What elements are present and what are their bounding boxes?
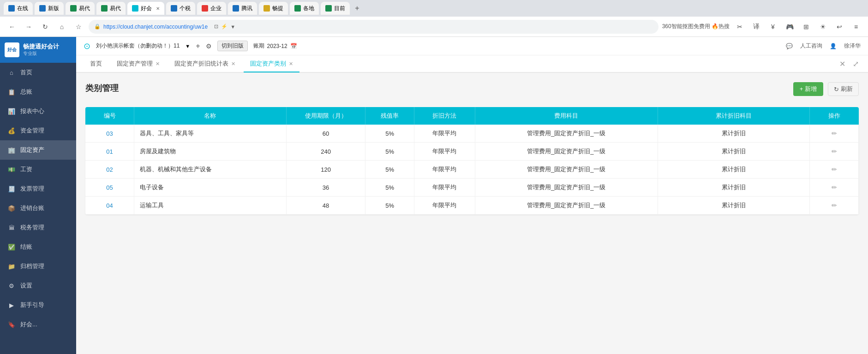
sidebar-label-guide: 新手引导: [20, 301, 44, 309]
sidebar-item-report[interactable]: 📊 报表中心: [0, 102, 76, 121]
sidebar-label-invoice: 发票管理: [20, 185, 44, 193]
browser-tab-10[interactable]: 目前: [321, 2, 350, 15]
edit-icon-3[interactable]: ✏: [832, 184, 837, 191]
scissors-icon[interactable]: ✂: [733, 20, 746, 33]
cell-rate-4: 5%: [365, 197, 414, 215]
tab-favicon-1: [39, 5, 46, 12]
browser-tab-8[interactable]: 畅提: [259, 2, 288, 15]
cell-accum-4: 累计折旧: [658, 197, 810, 215]
home-button[interactable]: ⌂: [55, 20, 68, 33]
sidebar-item-more[interactable]: 🔖 好会...: [0, 315, 76, 334]
calendar-icon[interactable]: 📅: [290, 43, 297, 49]
sidebar-item-home[interactable]: ⌂ 首页: [0, 63, 76, 82]
more-icon: 🔖: [7, 320, 16, 329]
tab-maximize-icon[interactable]: ⤢: [851, 60, 861, 68]
archive-icon: 📁: [7, 262, 16, 270]
refresh-icon: ↻: [834, 86, 839, 93]
sidebar-item-fixed[interactable]: 🏢 固定资产: [0, 140, 76, 160]
settings-icon-topbar[interactable]: ⚙: [206, 42, 212, 50]
cell-action-1: ✏: [810, 143, 859, 161]
sidebar-item-guide[interactable]: ▶ 新手引导: [0, 295, 76, 315]
content-tab-category-close[interactable]: ✕: [289, 61, 293, 67]
browser-tab-5[interactable]: 个税: [166, 2, 195, 15]
edit-icon-4[interactable]: ✏: [832, 202, 837, 209]
cell-period-2: 120: [286, 161, 365, 179]
period-value: 2023-12: [267, 43, 287, 49]
switch-to-old-btn[interactable]: 切到旧版: [217, 41, 248, 51]
sidebar-label-salary: 工资: [20, 165, 32, 174]
grid-icon[interactable]: ⊞: [800, 20, 813, 33]
sidebar-item-settle[interactable]: ✅ 结账: [0, 237, 76, 257]
translate-icon[interactable]: 译: [750, 20, 763, 33]
cell-name-3: 电子设备: [134, 179, 287, 197]
tab-favicon-4: [132, 5, 138, 12]
content-tab-home[interactable]: 首页: [84, 56, 108, 72]
dropdown-icon-topbar[interactable]: ▼: [185, 43, 190, 49]
cell-rate-0: 5%: [365, 125, 414, 143]
new-tab-button[interactable]: +: [352, 3, 363, 14]
browser-tab-3[interactable]: 易代: [96, 2, 126, 15]
cell-id-2: 02: [85, 161, 134, 179]
content-tab-fixed-mgr[interactable]: 固定资产管理 ✕: [110, 56, 166, 72]
url-bar[interactable]: 🔒 https://cloud.chanjet.com/accounting/u…: [89, 20, 658, 34]
add-button[interactable]: + 新增: [793, 82, 823, 96]
sidebar-item-inout[interactable]: 📦 进销台账: [0, 198, 76, 218]
home-icon: ⌂: [7, 68, 16, 77]
forward-button[interactable]: →: [22, 20, 35, 33]
main-area: ⊙ 刘小艳演示帐套（勿删勿动！）11 ▼ + ⚙ 切到旧版 账期 2023-12…: [76, 37, 868, 354]
content-tab-depreciation[interactable]: 固定资产折旧统计表 ✕: [168, 56, 242, 72]
browser-tab-4[interactable]: 好会 ✕: [127, 2, 164, 15]
sidebar-item-ledger[interactable]: 📋 总账: [0, 82, 76, 102]
back-button[interactable]: ←: [6, 20, 18, 33]
reload-button[interactable]: ↻: [39, 20, 52, 33]
plus-icon-topbar[interactable]: +: [196, 42, 200, 50]
tab-favicon-0: [8, 5, 15, 12]
sidebar-item-fund[interactable]: 💰 资金管理: [0, 121, 76, 140]
bookmark-button[interactable]: ☆: [72, 20, 85, 33]
refresh-button[interactable]: ↻ 刷新: [828, 82, 859, 96]
browser-tab-7[interactable]: 腾讯: [228, 2, 257, 15]
sidebar-item-settings[interactable]: ⚙ 设置: [0, 276, 76, 295]
tab-favicon-5: [171, 5, 177, 12]
tab-label-5: 个税: [180, 5, 191, 12]
settle-icon: ✅: [7, 243, 16, 251]
sidebar-logo: 好会 畅捷通好会计 专业版: [0, 37, 76, 63]
sidebar-item-salary[interactable]: 💵 工资: [0, 160, 76, 179]
table-row-2: 02 机器、机械和其他生产设备 120 5% 年限平均 管理费用_固定资产折旧_…: [85, 161, 859, 179]
ssl-icon: 🔒: [94, 24, 101, 30]
table-body: 03 器具、工具、家具等 60 5% 年限平均 管理费用_固定资产折旧_一级 累…: [85, 125, 859, 215]
content-tab-category-label: 固定资产类别: [250, 60, 286, 68]
content-tab-depreciation-close[interactable]: ✕: [231, 61, 235, 67]
tab-close-4[interactable]: ✕: [156, 6, 160, 11]
toolbar: + 新增 ↻ 刷新: [793, 82, 859, 96]
browser-tab-2[interactable]: 易代: [66, 2, 95, 15]
tab-label-2: 易代: [79, 5, 90, 12]
undo-icon[interactable]: ↩: [833, 20, 846, 33]
edit-icon-0[interactable]: ✏: [832, 130, 837, 137]
inout-icon: 📦: [7, 204, 16, 212]
content-tab-category[interactable]: 固定资产类别 ✕: [244, 56, 299, 72]
wallet-icon[interactable]: ¥: [766, 20, 779, 33]
game-icon[interactable]: 🎮: [783, 20, 796, 33]
browser-tab-1[interactable]: 新版: [35, 2, 64, 15]
sidebar-label-fund: 资金管理: [20, 126, 44, 135]
sidebar-item-invoice[interactable]: 🧾 发票管理: [0, 179, 76, 198]
tab-favicon-9: [294, 5, 301, 12]
sidebar-item-tax[interactable]: 🏛 税务管理: [0, 218, 76, 237]
sidebar-item-archive[interactable]: 📁 归档管理: [0, 257, 76, 276]
content-tab-fixed-mgr-close[interactable]: ✕: [156, 61, 160, 67]
browser-tab-9[interactable]: 各地: [290, 2, 319, 15]
help-label[interactable]: 人工咨询: [800, 42, 822, 50]
browser-tab-0[interactable]: 在线: [4, 2, 33, 15]
edit-icon-1[interactable]: ✏: [832, 148, 837, 155]
browser-tab-6[interactable]: 企业: [197, 2, 226, 15]
sidebar-label-more: 好会...: [20, 320, 37, 329]
help-icon: 💬: [786, 43, 793, 49]
brightness-icon[interactable]: ☀: [816, 20, 829, 33]
cell-expense-0: 管理费用_固定资产折旧_一级: [475, 125, 658, 143]
edit-icon-2[interactable]: ✏: [832, 166, 837, 173]
device-icon: ⊡: [214, 24, 218, 30]
tab-window-close-icon[interactable]: ✕: [838, 60, 847, 68]
menu-icon[interactable]: ≡: [850, 20, 862, 33]
th-period: 使用期限（月）: [286, 107, 365, 125]
